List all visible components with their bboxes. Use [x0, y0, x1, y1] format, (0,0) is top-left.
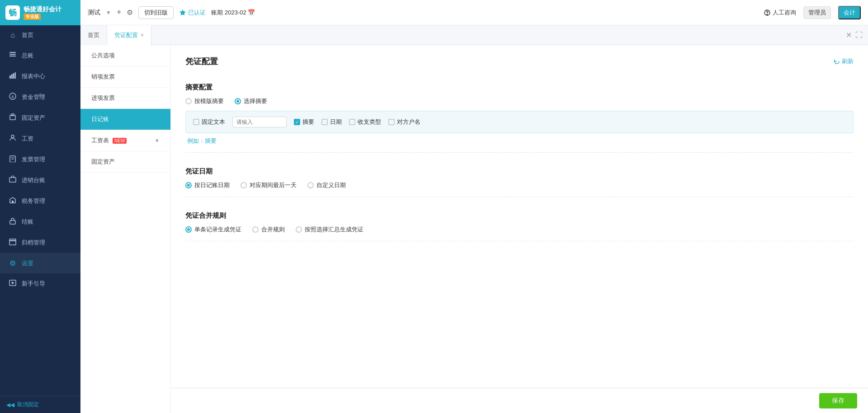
summary-title: 摘要配置 [185, 76, 854, 97]
svg-marker-21 [12, 282, 14, 284]
summary-radio-template[interactable]: 按模版摘要 [185, 97, 224, 105]
sidebar-item-close[interactable]: 结账 [0, 211, 80, 232]
svg-rect-6 [15, 72, 16, 79]
sidebar-item-ledger[interactable]: 总账 [0, 45, 80, 66]
radio-period-last-circle [241, 182, 247, 188]
topbar-gear-btn[interactable]: ⚙ [127, 8, 133, 17]
main-area: 测试 ▼ + ⚙ 切到旧版 已认证 账期 2023-02 📅 人工咨询 管理员 … [80, 0, 868, 413]
old-version-btn[interactable]: 切到旧版 [138, 6, 174, 19]
merge-radio-aggregate[interactable]: 按照选择汇总生成凭证 [296, 225, 363, 234]
payroll-icon [8, 134, 17, 143]
checkbox-payment-type[interactable]: 收支类型 [349, 118, 381, 126]
svg-rect-4 [11, 74, 13, 79]
merge-radio-single[interactable]: 单条记录生成凭证 [185, 225, 241, 234]
tab-close-icon[interactable]: × [141, 32, 144, 38]
sidebar-item-archive[interactable]: 归档管理 [0, 232, 80, 253]
sidebar-item-tax[interactable]: 税务管理 [0, 191, 80, 211]
sidebar: 畅 畅捷通好会计 专业版 ▲ ⌂ 首页 总账 报表中心 ¥ 资金管理 [0, 0, 80, 413]
sidebar-item-guide[interactable]: 新手引导 [0, 273, 80, 294]
company-dropdown-arrow[interactable]: ▼ [106, 9, 111, 16]
scroll-up-btn[interactable]: ▲ [0, 90, 80, 98]
sidebar-item-invoices[interactable]: 发票管理 [0, 149, 80, 170]
checkbox-summary[interactable]: ✓ 摘要 [294, 118, 314, 126]
left-nav-public[interactable]: 公共选项 [80, 45, 170, 66]
radio-select-circle [235, 98, 241, 104]
date-title: 凭证日期 [185, 160, 854, 181]
new-badge: NEW [113, 138, 127, 144]
date-radio-period-last[interactable]: 对应期间最后一天 [241, 181, 297, 189]
content-tabs: 首页 凭证配置 × ✕ ⛶ [80, 25, 868, 45]
radio-aggregate-circle [296, 226, 302, 233]
left-nav: 公共选项 销项发票 进项发票 日记账 工资表 NEW ▼ 固定资产 [80, 45, 171, 413]
consult-btn[interactable]: 人工咨询 [764, 9, 796, 17]
config-title: 凭证配置 [185, 56, 218, 67]
radio-template-circle [185, 98, 192, 104]
divider-1 [185, 152, 854, 153]
accountant-btn[interactable]: 会计 [838, 6, 861, 19]
date-radio-custom[interactable]: 自定义日期 [307, 181, 346, 189]
fixed-text-input[interactable] [232, 117, 287, 127]
left-nav-journal[interactable]: 日记账 [80, 109, 170, 130]
sidebar-nav: ⌂ 首页 总账 报表中心 ¥ 资金管理 固定资产 [0, 25, 80, 396]
topbar: 测试 ▼ + ⚙ 切到旧版 已认证 账期 2023-02 📅 人工咨询 管理员 … [80, 0, 868, 25]
guide-icon [8, 279, 17, 288]
sidebar-item-sales[interactable]: 进销台账 [0, 170, 80, 191]
checkbox-counterpart-box [388, 119, 395, 125]
tab-home[interactable]: 首页 [80, 25, 107, 45]
sidebar-item-payroll[interactable]: 工资 [0, 128, 80, 149]
tab-close-action[interactable]: ✕ [846, 31, 852, 39]
topbar-right: 人工咨询 管理员 会计 [764, 6, 861, 19]
left-nav-sales-invoice[interactable]: 销项发票 [80, 66, 170, 88]
left-nav-salary[interactable]: 工资表 NEW ▼ [80, 130, 170, 151]
checkbox-payment-box [349, 119, 355, 125]
sidebar-item-settings[interactable]: ⚙ 设置 [0, 253, 80, 273]
merge-radio-rules[interactable]: 合并规则 [252, 225, 285, 234]
cancel-fixed-icon: ◀◀ [6, 402, 14, 408]
svg-rect-19 [9, 239, 16, 241]
close-period-icon [8, 217, 17, 226]
date-radio-journal[interactable]: 按日记账日期 [185, 181, 230, 189]
company-name: 测试 [88, 9, 100, 17]
checkmark-icon: ✓ [295, 120, 299, 125]
radio-journal-circle [185, 182, 192, 188]
summary-radio-group: 按模版摘要 选择摘要 [185, 97, 854, 105]
archive-icon [8, 238, 17, 247]
home-icon: ⌂ [8, 31, 17, 39]
left-nav-fixed-assets[interactable]: 固定资产 [80, 151, 170, 173]
svg-rect-0 [9, 52, 16, 53]
refresh-btn[interactable]: 刷新 [834, 57, 854, 66]
checkbox-counterpart[interactable]: 对方户名 [388, 118, 420, 126]
sales-icon [8, 176, 17, 185]
tab-actions: ✕ ⛶ [846, 31, 868, 39]
tab-expand-action[interactable]: ⛶ [855, 31, 863, 39]
reports-icon [8, 72, 17, 81]
cancel-fixed-btn[interactable]: ◀◀ 取消固定 [0, 396, 80, 413]
left-nav-purchase-invoice[interactable]: 进项发票 [80, 88, 170, 109]
checkbox-date[interactable]: 日期 [321, 118, 342, 126]
svg-rect-16 [12, 201, 14, 203]
divider-2 [185, 197, 854, 197]
assets-icon [8, 113, 17, 122]
summary-radio-select[interactable]: 选择摘要 [235, 97, 267, 105]
save-button[interactable]: 保存 [819, 393, 857, 408]
page-content: 公共选项 销项发票 进项发票 日记账 工资表 NEW ▼ 固定资产 [80, 45, 868, 413]
svg-rect-10 [11, 114, 14, 116]
date-radio-group: 按日记账日期 对应期间最后一天 自定义日期 [185, 181, 854, 189]
sidebar-logo: 畅 畅捷通好会计 专业版 [0, 0, 80, 25]
sidebar-item-assets[interactable]: 固定资产 [0, 108, 80, 128]
add-btn[interactable]: + [117, 8, 122, 17]
radio-rules-circle [252, 226, 259, 233]
chevron-down-icon: ▼ [155, 138, 160, 143]
checkbox-fixed-text[interactable]: 固定文本 [193, 118, 225, 126]
settings-icon: ⚙ [8, 259, 17, 268]
admin-btn[interactable]: 管理员 [803, 6, 831, 19]
certified-badge: 已认证 [179, 9, 206, 17]
ledger-icon [8, 51, 17, 60]
svg-point-11 [11, 135, 14, 138]
sidebar-item-home[interactable]: ⌂ 首页 [0, 25, 80, 45]
checkbox-summary-box: ✓ [294, 119, 300, 125]
svg-rect-5 [13, 73, 14, 79]
svg-rect-17 [10, 221, 15, 224]
sidebar-item-reports[interactable]: 报表中心 [0, 66, 80, 87]
tab-voucher-config[interactable]: 凭证配置 × [107, 25, 151, 45]
